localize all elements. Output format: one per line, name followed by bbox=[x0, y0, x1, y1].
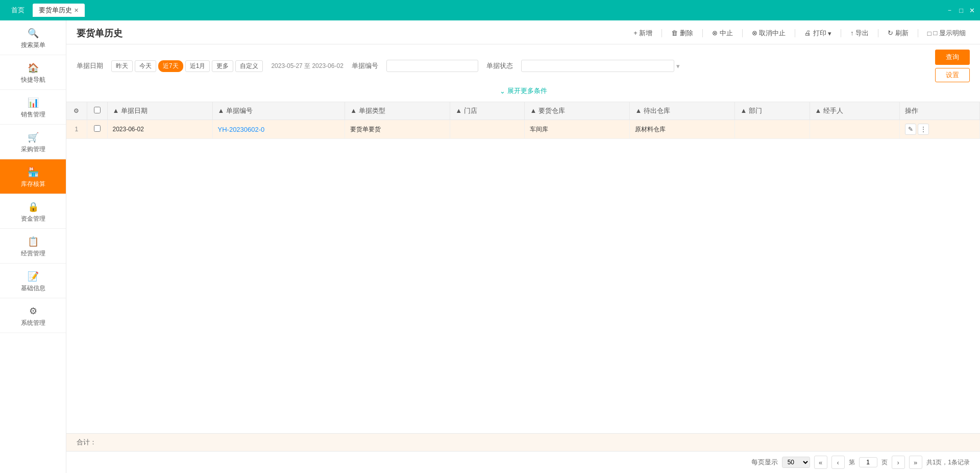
doc-status-dropdown-icon[interactable]: ▾ bbox=[676, 62, 680, 70]
col-handler[interactable]: ▲ 经手人 bbox=[810, 102, 899, 120]
stop-button[interactable]: ⊗ 中止 bbox=[708, 27, 737, 40]
sidebar-item-finance-mgmt[interactable]: 🔒 资金管理 bbox=[0, 194, 66, 229]
cell-operation: ✎ ⋮ bbox=[899, 120, 979, 139]
col-pending-warehouse[interactable]: ▲ 待出仓库 bbox=[630, 102, 735, 120]
action-buttons: 查询 设置 bbox=[935, 50, 970, 82]
sidebar-item-quick-nav[interactable]: 🏠 快捷导航 bbox=[0, 55, 66, 90]
filter-row-2: ⌄ 展开更多条件 bbox=[77, 85, 970, 97]
cell-req-warehouse: 车间库 bbox=[525, 120, 630, 139]
date-btn-today[interactable]: 今天 bbox=[135, 60, 156, 72]
divider-1 bbox=[662, 29, 662, 37]
col-handler-label: ▲ 经手人 bbox=[815, 107, 843, 114]
query-button[interactable]: 查询 bbox=[935, 50, 970, 65]
new-button[interactable]: + 新增 bbox=[629, 27, 656, 40]
doc-status-label: 单据状态 bbox=[486, 61, 513, 70]
col-doc-number[interactable]: ▲ 单据编号 bbox=[212, 102, 345, 120]
cell-doc-number: YH-20230602-0 bbox=[212, 120, 345, 139]
cell-checkbox[interactable] bbox=[87, 120, 107, 139]
col-req-warehouse[interactable]: ▲ 要货仓库 bbox=[525, 102, 630, 120]
filter-row-1: 单据日期 昨天 今天 近7天 近1月 更多 自定义 2023-05-27 至 2… bbox=[77, 50, 970, 82]
expand-icon: ⌄ bbox=[500, 87, 505, 95]
tab-bar: 首页 要货单历史 ✕ bbox=[5, 4, 946, 17]
last-page-button[interactable]: » bbox=[909, 456, 922, 469]
tab-requisition-history[interactable]: 要货单历史 ✕ bbox=[33, 4, 85, 17]
finance-mgmt-icon: 🔒 bbox=[28, 201, 39, 212]
cell-pending-warehouse: 原材料仓库 bbox=[630, 120, 735, 139]
divider-3 bbox=[742, 29, 743, 37]
tab-home[interactable]: 首页 bbox=[5, 4, 31, 17]
row-edit-button[interactable]: ✎ bbox=[905, 124, 916, 135]
system-mgmt-icon: ⚙ bbox=[29, 305, 37, 317]
refresh-button[interactable]: ↻ 刷新 bbox=[884, 27, 913, 40]
row-more-button[interactable]: ⋮ bbox=[918, 124, 929, 135]
cell-doc-date: 2023-06-02 bbox=[107, 120, 212, 139]
inventory-icon: 🏪 bbox=[28, 167, 39, 178]
divider-7 bbox=[918, 29, 918, 37]
date-btn-more[interactable]: 更多 bbox=[212, 60, 233, 72]
doc-number-label: 单据编号 bbox=[352, 61, 378, 70]
col-store-label: ▲ 门店 bbox=[455, 107, 477, 114]
export-button[interactable]: ↑ 导出 bbox=[846, 27, 873, 40]
prev-page-button[interactable]: ‹ bbox=[831, 456, 845, 469]
print-button[interactable]: 🖨 打印 ▾ bbox=[800, 27, 836, 40]
page-number-input[interactable] bbox=[859, 457, 877, 467]
doc-status-input[interactable] bbox=[521, 60, 674, 72]
filter-settings-button[interactable]: 设置 bbox=[935, 68, 970, 82]
divider-5 bbox=[841, 29, 841, 37]
display-detail-toggle[interactable]: □ □ 显示明细 bbox=[923, 27, 970, 40]
col-pending-warehouse-label: ▲ 待出仓库 bbox=[635, 107, 670, 114]
page-size-label: 每页显示 bbox=[751, 458, 778, 467]
date-btn-7days[interactable]: 近7天 bbox=[158, 60, 183, 72]
cancel-stop-button[interactable]: ⊗ 取消中止 bbox=[748, 27, 790, 40]
sales-mgmt-icon: 📊 bbox=[28, 97, 39, 108]
sidebar-item-sales-mgmt[interactable]: 📊 销售管理 bbox=[0, 90, 66, 125]
sidebar-item-search-menu[interactable]: 🔍 搜索菜单 bbox=[0, 20, 66, 55]
sidebar-item-basic-info[interactable]: 📝 基础信息 bbox=[0, 264, 66, 298]
col-req-warehouse-label: ▲ 要货仓库 bbox=[530, 107, 565, 114]
col-department[interactable]: ▲ 部门 bbox=[735, 102, 810, 120]
next-page-button[interactable]: › bbox=[892, 456, 905, 469]
divider-6 bbox=[878, 29, 878, 37]
search-menu-icon: 🔍 bbox=[28, 28, 39, 39]
tab-requisition-history-label: 要货单历史 bbox=[39, 6, 72, 15]
col-operation: 操作 bbox=[899, 102, 979, 120]
delete-button[interactable]: 🗑 删除 bbox=[667, 27, 697, 40]
sidebar-item-purchase-mgmt[interactable]: 🛒 采购管理 bbox=[0, 125, 66, 159]
quick-nav-icon: 🏠 bbox=[28, 62, 39, 74]
cell-doc-type: 要货单要货 bbox=[345, 120, 450, 139]
sidebar-item-operations-mgmt[interactable]: 📋 经营管理 bbox=[0, 229, 66, 264]
col-store[interactable]: ▲ 门店 bbox=[450, 102, 525, 120]
divider-2 bbox=[702, 29, 703, 37]
requisition-table: ⚙ ▲ 单据日期 ▲ 单据编号 ▲ 单据类型 ▲ 门店 ▲ 要货仓库 ▲ 待出仓… bbox=[66, 102, 980, 139]
display-detail-label: □ 显示明细 bbox=[934, 29, 966, 38]
maximize-icon[interactable]: □ bbox=[959, 7, 963, 14]
page-size-select[interactable]: 20 50 100 200 bbox=[782, 457, 810, 468]
doc-number-link[interactable]: YH-20230602-0 bbox=[218, 126, 265, 133]
window-controls: － □ ✕ bbox=[946, 6, 975, 15]
tab-home-label: 首页 bbox=[11, 6, 24, 15]
date-quick-buttons: 昨天 今天 近7天 近1月 更多 自定义 bbox=[111, 60, 263, 72]
sidebar-item-inventory[interactable]: 🏪 库存核算 bbox=[0, 159, 66, 194]
col-settings[interactable]: ⚙ bbox=[66, 102, 87, 120]
select-all-checkbox[interactable] bbox=[94, 107, 101, 113]
date-btn-custom[interactable]: 自定义 bbox=[235, 60, 263, 72]
date-btn-1month[interactable]: 近1月 bbox=[185, 60, 210, 72]
expand-filter-button[interactable]: ⌄ 展开更多条件 bbox=[500, 85, 547, 97]
table-container: ⚙ ▲ 单据日期 ▲ 单据编号 ▲ 单据类型 ▲ 门店 ▲ 要货仓库 ▲ 待出仓… bbox=[66, 102, 980, 433]
row-checkbox[interactable] bbox=[94, 125, 101, 132]
doc-number-input[interactable] bbox=[386, 60, 478, 72]
col-doc-date-label: ▲ 单据日期 bbox=[113, 107, 148, 114]
col-checkbox[interactable] bbox=[87, 102, 107, 120]
page-total-info: 共1页，1条记录 bbox=[926, 458, 970, 467]
sidebar-item-system-mgmt[interactable]: ⚙ 系统管理 bbox=[0, 298, 66, 333]
first-page-button[interactable]: « bbox=[814, 456, 827, 469]
date-btn-yesterday[interactable]: 昨天 bbox=[111, 60, 133, 72]
sidebar-item-search-menu-label: 搜索菜单 bbox=[21, 41, 45, 50]
sidebar-item-system-mgmt-label: 系统管理 bbox=[21, 319, 45, 327]
col-doc-type[interactable]: ▲ 单据类型 bbox=[345, 102, 450, 120]
minimize-icon[interactable]: － bbox=[946, 6, 953, 15]
col-doc-date[interactable]: ▲ 单据日期 bbox=[107, 102, 212, 120]
close-icon[interactable]: ✕ bbox=[969, 7, 975, 14]
tab-close-icon[interactable]: ✕ bbox=[74, 7, 79, 14]
basic-info-icon: 📝 bbox=[28, 271, 39, 282]
